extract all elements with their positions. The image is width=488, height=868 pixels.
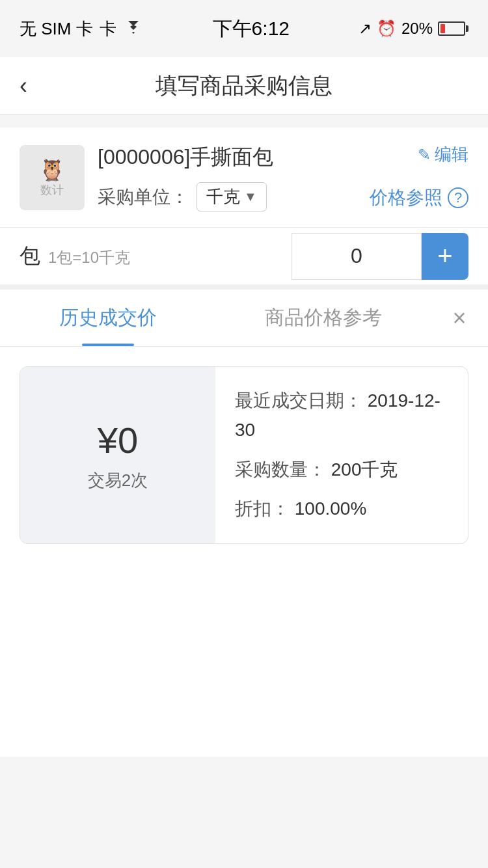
- unit-label: 采购单位：: [98, 185, 189, 210]
- tab-history-label: 历史成交价: [59, 305, 157, 331]
- quantity-row: 包 1包=10千克 +: [0, 227, 488, 284]
- price-ref-label: 价格参照: [370, 185, 442, 210]
- product-logo-icon: 🦉: [39, 157, 65, 182]
- carrier-label: 无 SIM 卡: [20, 18, 93, 40]
- tabs-container: 历史成交价 商品价格参考 × ¥0 交易2次 最近成交日期： 2019-12-3…: [0, 284, 488, 757]
- price-amount: ¥0: [98, 419, 138, 461]
- product-code: [0000006]: [98, 145, 190, 169]
- edit-label: 编辑: [435, 143, 468, 166]
- status-time: 下午6:12: [213, 16, 290, 42]
- help-icon: ?: [448, 187, 468, 208]
- quantity-section: 包 1包=10千克 +: [0, 227, 488, 284]
- transaction-count: 交易2次: [88, 469, 148, 492]
- package-conversion: 1包=10千克: [48, 247, 130, 268]
- back-button[interactable]: ‹: [20, 72, 27, 100]
- quantity-plus-button[interactable]: +: [422, 233, 468, 280]
- package-label: 包: [20, 242, 40, 271]
- status-right: ↗ ⏰ 20%: [359, 20, 468, 38]
- unit-selector[interactable]: 千克 ▼: [197, 182, 267, 211]
- status-bar: 无 SIM 卡 卡 下午6:12 ↗ ⏰ 20%: [0, 0, 488, 57]
- product-thumbnail: 🦉 数计: [20, 145, 85, 210]
- tab-close-button[interactable]: ×: [431, 290, 488, 347]
- purchase-qty-row: 采购数量： 200千克: [235, 455, 448, 485]
- price-reference-button[interactable]: 价格参照 ?: [370, 185, 468, 210]
- edit-icon: ✎: [418, 146, 431, 164]
- purchase-qty-value: 200千克: [331, 459, 398, 480]
- product-unit-row: 采购单位： 千克 ▼: [98, 182, 273, 211]
- sim-label: 卡: [100, 18, 116, 40]
- tab-price-ref-label: 商品价格参考: [265, 305, 382, 331]
- edit-button[interactable]: ✎ 编辑: [418, 143, 468, 166]
- recent-date-label: 最近成交日期：: [235, 390, 362, 411]
- product-title: 手撕面包: [190, 145, 273, 169]
- quantity-input[interactable]: [291, 233, 422, 280]
- location-icon: ↗: [359, 20, 372, 38]
- purchase-qty-label: 采购数量：: [235, 459, 326, 480]
- tab-content: ¥0 交易2次 最近成交日期： 2019-12-30 采购数量： 200千克 折…: [0, 366, 488, 757]
- battery-percent: 20%: [401, 20, 433, 38]
- product-actions: ✎ 编辑 价格参照 ?: [370, 143, 468, 210]
- nav-bar: ‹ 填写商品采购信息: [0, 57, 488, 115]
- tab-product-price-ref[interactable]: 商品价格参考: [215, 290, 431, 346]
- product-card: 🦉 数计 [0000006]手撕面包 采购单位： 千克 ▼ ✎ 编辑: [0, 128, 488, 227]
- discount-row: 折扣： 100.00%: [235, 495, 448, 524]
- currency-symbol: ¥: [98, 420, 118, 461]
- price-card: ¥0 交易2次 最近成交日期： 2019-12-30 采购数量： 200千克 折…: [20, 366, 468, 544]
- battery-icon: [438, 21, 468, 36]
- quantity-controls: +: [291, 233, 468, 280]
- page-title: 填写商品采购信息: [156, 71, 332, 101]
- tab-history-price[interactable]: 历史成交价: [0, 290, 215, 346]
- tab-active-indicator: [82, 344, 134, 346]
- price-card-right: 最近成交日期： 2019-12-30 采购数量： 200千克 折扣： 100.0…: [215, 367, 468, 543]
- wifi-icon: [123, 21, 144, 36]
- discount-label: 折扣：: [235, 498, 290, 519]
- chevron-down-icon: ▼: [244, 189, 257, 204]
- unit-value: 千克: [206, 185, 240, 208]
- logo-sub: 数计: [40, 182, 64, 198]
- alarm-icon: ⏰: [377, 20, 396, 38]
- discount-value: 100.00%: [295, 498, 367, 519]
- price-value: 0: [118, 420, 138, 461]
- tabs-header: 历史成交价 商品价格参考 ×: [0, 290, 488, 347]
- status-left: 无 SIM 卡 卡: [20, 18, 144, 40]
- price-card-left: ¥0 交易2次: [20, 367, 215, 543]
- product-name: [0000006]手撕面包: [98, 143, 273, 172]
- product-info: [0000006]手撕面包 采购单位： 千克 ▼: [98, 143, 273, 211]
- quantity-label-group: 包 1包=10千克: [20, 242, 130, 271]
- recent-date-row: 最近成交日期： 2019-12-30: [235, 387, 448, 445]
